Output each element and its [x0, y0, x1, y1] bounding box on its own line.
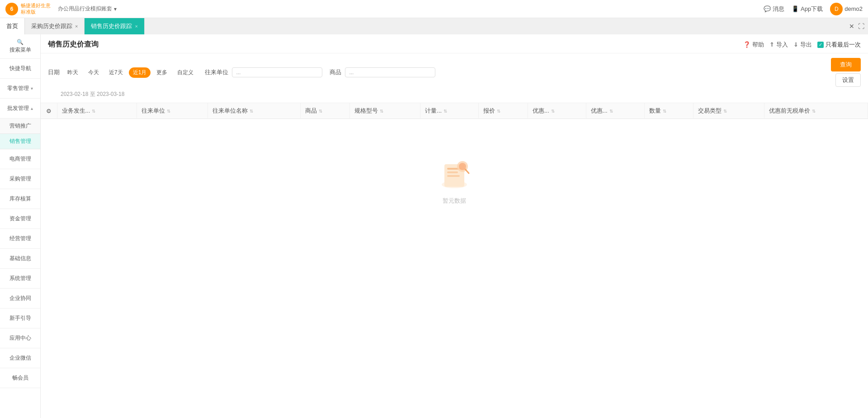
col-spec[interactable]: 规格型号⇅: [349, 103, 420, 119]
sidebar-item-newbie-guide[interactable]: 新手引导: [0, 309, 40, 328]
only-last-checkbox[interactable]: 只看最后一次: [817, 41, 861, 49]
sort-icon: ⇅: [497, 109, 500, 114]
content-area: 销售历史价查询 ❓ 帮助 ⇑ 导入 ⇓ 导出 只看最后一次: [41, 34, 868, 418]
sidebar-item-base-info[interactable]: 基础信息: [0, 249, 40, 269]
top-bar-left: 6 畅捷通好生意 标准版 办公用品行业模拟账套 ▾: [5, 3, 117, 15]
chevron-down-icon: ▾: [31, 86, 33, 91]
message-icon: 💬: [764, 5, 771, 12]
filter-row-2: 2023-02-18 至 2023-03-18: [48, 90, 861, 98]
sidebar-item-operations[interactable]: 经营管理: [0, 229, 40, 249]
sidebar: 🔍 搜索菜单 快捷导航 零售管理 ▾ 批发管理 ▴ 营销推广 销售管理 电商管理…: [0, 34, 41, 418]
import-button[interactable]: ⇑ 导入: [769, 41, 788, 49]
app-download-button[interactable]: 📱 App下载: [792, 5, 823, 13]
tab-close-sales[interactable]: ×: [135, 24, 137, 29]
tab-bar-actions: ✕ ⛶: [845, 18, 868, 34]
page-header: 销售历史价查询 ❓ 帮助 ⇑ 导入 ⇓ 导出 只看最后一次: [41, 34, 868, 53]
avatar: D: [830, 3, 843, 15]
sidebar-item-finance[interactable]: 资金管理: [0, 209, 40, 229]
data-table: ⚙ 业务发生...⇅ 往来单位⇅ 往来单位名称⇅ 商品⇅: [41, 103, 868, 119]
sidebar-item-wholesale[interactable]: 批发管理 ▴: [0, 99, 40, 119]
tab-bar: 首页 采购历史价跟踪 × 销售历史价跟踪 × ✕ ⛶: [0, 18, 868, 34]
page-actions: ❓ 帮助 ⇑ 导入 ⇓ 导出 只看最后一次: [743, 41, 861, 49]
sidebar-item-sales-manage[interactable]: 销售管理: [0, 134, 40, 149]
date-btn-today[interactable]: 今天: [84, 67, 103, 78]
checkbox-checked-icon: [817, 42, 824, 48]
maximize-icon[interactable]: ⛶: [858, 23, 864, 30]
col-discount1[interactable]: 优惠...⇅: [528, 103, 586, 119]
help-icon: ❓: [743, 41, 750, 48]
table-header-row: ⚙ 业务发生...⇅ 往来单位⇅ 往来单位名称⇅ 商品⇅: [41, 103, 868, 119]
col-qty[interactable]: 数量⇅: [644, 103, 693, 119]
date-label: 日期: [48, 68, 60, 76]
partner-input[interactable]: ...: [232, 67, 322, 77]
sidebar-item-member[interactable]: 畅会员: [0, 368, 40, 388]
partner-label: 往来单位: [205, 68, 228, 76]
sidebar-item-ecommerce[interactable]: 电商管理: [0, 149, 40, 169]
sidebar-item-purchase[interactable]: 采购管理: [0, 169, 40, 189]
sort-icon: ⇅: [723, 109, 727, 114]
sidebar-item-marketing[interactable]: 营销推广: [0, 119, 40, 134]
sort-icon: ⇅: [380, 109, 383, 114]
col-discount2[interactable]: 优惠...⇅: [586, 103, 644, 119]
logo-area: 6 畅捷通好生意 标准版: [5, 3, 51, 15]
sidebar-item-quick-nav[interactable]: 快捷导航: [0, 59, 40, 79]
tab-close-purchase[interactable]: ×: [75, 24, 78, 29]
page-title: 销售历史价查询: [48, 40, 99, 49]
col-price-notax[interactable]: 优惠前无税单价⇅: [764, 103, 868, 119]
filter-row-1: 日期 昨天 今天 近7天 近1月 更多 自定义 往来单位 ...: [48, 58, 861, 87]
sort-icon: ⇅: [609, 109, 613, 114]
sidebar-item-enterprise-wechat[interactable]: 企业微信: [0, 348, 40, 368]
filter-bar: 日期 昨天 今天 近7天 近1月 更多 自定义 往来单位 ...: [41, 53, 868, 103]
tab-sales-history[interactable]: 销售历史价跟踪 ×: [85, 18, 144, 34]
message-button[interactable]: 💬 消息: [764, 5, 784, 13]
gear-icon: ⚙: [46, 108, 52, 114]
chevron-down-icon: ▾: [114, 6, 117, 12]
export-button[interactable]: ⇓ 导出: [793, 41, 812, 49]
col-partner-code[interactable]: 往来单位⇅: [137, 103, 208, 119]
sort-icon: ⇅: [250, 109, 253, 114]
svg-line-7: [465, 169, 469, 173]
tab-purchase-history[interactable]: 采购历史价跟踪 ×: [25, 18, 85, 34]
sidebar-item-search-menu[interactable]: 🔍 搜索菜单: [0, 34, 40, 59]
setting-button[interactable]: 设置: [835, 73, 861, 87]
table-container: ⚙ 业务发生...⇅ 往来单位⇅ 往来单位名称⇅ 商品⇅: [41, 103, 868, 418]
col-quote[interactable]: 报价⇅: [479, 103, 528, 119]
date-btn-custom[interactable]: 自定义: [173, 67, 198, 78]
help-button[interactable]: ❓ 帮助: [743, 41, 764, 49]
col-trade-type[interactable]: 交易类型⇅: [693, 103, 764, 119]
query-button[interactable]: 查询: [831, 58, 861, 71]
sort-icon: ⇅: [812, 109, 816, 114]
close-window-icon[interactable]: ✕: [849, 23, 854, 30]
col-settings[interactable]: ⚙: [41, 103, 57, 119]
goods-label: 商品: [330, 68, 341, 76]
tab-home[interactable]: 首页: [0, 18, 25, 34]
search-menu-icon: 🔍: [17, 39, 24, 45]
sort-icon: ⇅: [551, 109, 555, 114]
sidebar-item-retail[interactable]: 零售管理 ▾: [0, 79, 40, 99]
sidebar-item-inventory[interactable]: 库存核算: [0, 189, 40, 209]
user-menu[interactable]: D demo2: [830, 3, 863, 15]
main-layout: 🔍 搜索菜单 快捷导航 零售管理 ▾ 批发管理 ▴ 营销推广 销售管理 电商管理…: [0, 34, 868, 418]
sidebar-item-app-center[interactable]: 应用中心: [0, 328, 40, 348]
date-range-display: 2023-02-18 至 2023-03-18: [61, 90, 124, 98]
col-unit[interactable]: 计量...⇅: [420, 103, 479, 119]
goods-input[interactable]: ...: [345, 67, 435, 77]
workspace-selector[interactable]: 办公用品行业模拟账套 ▾: [58, 5, 117, 13]
logo-icon: 6: [5, 3, 18, 15]
empty-state: 暂元数据: [41, 119, 868, 241]
sidebar-item-system[interactable]: 系统管理: [0, 269, 40, 289]
date-btn-7days[interactable]: 近7天: [105, 67, 127, 78]
top-bar-right: 💬 消息 📱 App下载 D demo2: [764, 3, 863, 15]
col-biz-date[interactable]: 业务发生...⇅: [57, 103, 137, 119]
logo-text: 畅捷通好生意 标准版: [21, 3, 51, 14]
sidebar-item-enterprise-collab[interactable]: 企业协同: [0, 289, 40, 309]
date-btn-1month[interactable]: 近1月: [129, 67, 151, 78]
col-partner-name[interactable]: 往来单位名称⇅: [208, 103, 301, 119]
sort-icon: ⇅: [443, 109, 447, 114]
goods-filter-group: 商品 ...: [330, 67, 435, 77]
date-btn-yesterday[interactable]: 昨天: [63, 67, 82, 78]
empty-text: 暂元数据: [443, 197, 466, 205]
date-filter-group: 日期 昨天 今天 近7天 近1月 更多 自定义: [48, 67, 198, 78]
col-goods[interactable]: 商品⇅: [300, 103, 349, 119]
date-btn-more[interactable]: 更多: [152, 67, 171, 78]
